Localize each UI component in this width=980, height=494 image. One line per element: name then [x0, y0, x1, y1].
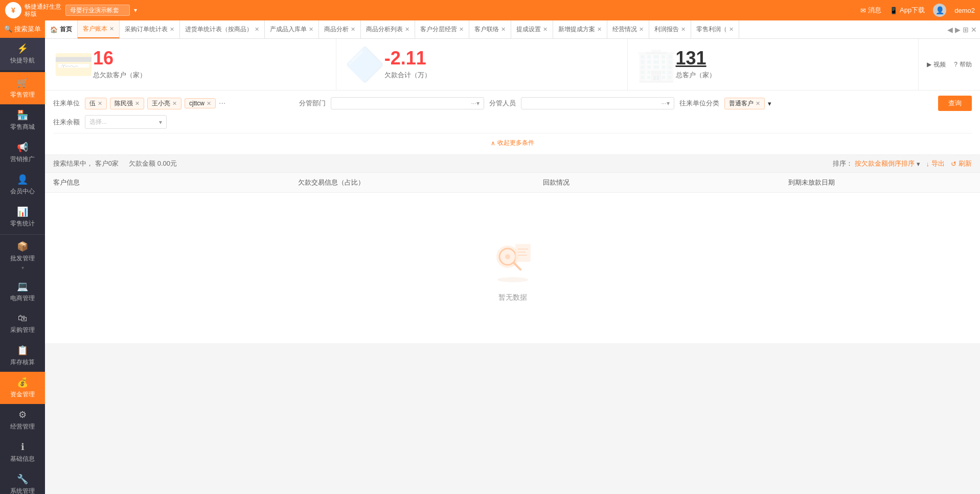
tab-close-icon[interactable]: ✕	[170, 26, 174, 33]
stat-value-total-customers: 131	[676, 49, 706, 68]
sidebar-item-sys-mgmt[interactable]: 🔧 系统管理	[0, 468, 45, 494]
tab-inbound-stat[interactable]: 进货单统计表（按商品） ✕	[180, 20, 265, 38]
unit-tags: 伍 ✕ 陈民强 ✕ 王小亮 ✕	[85, 98, 294, 109]
message-btn[interactable]: ✉ 消息	[860, 6, 881, 15]
tab-product-analysis[interactable]: 商品分析 ✕	[319, 20, 361, 38]
category-chevron-icon[interactable]: ▾	[768, 100, 771, 107]
unit-tag-0[interactable]: 伍 ✕	[85, 98, 107, 109]
sidebar-item-retail-mall[interactable]: 🏪 零售商城	[0, 104, 45, 137]
member-icon: 👤	[17, 174, 28, 185]
tab-label: 首页	[60, 25, 72, 34]
balance-input[interactable]: 选择... ▾	[85, 115, 167, 129]
tab-bar: 🏠 首页 客户账本 ✕ 采购订单统计表 ✕ 进货单统计表（按商品） ✕ 产成品入…	[45, 20, 980, 39]
sidebar-item-inventory[interactable]: 📋 库存核算	[0, 340, 45, 372]
sort-button[interactable]: 排序： 按欠款金额倒序排序 ▾	[833, 159, 920, 168]
refresh-button[interactable]: ↺ 刷新	[951, 159, 972, 168]
tab-profit-report[interactable]: 利润报告 ✕	[649, 20, 691, 38]
tab-customer-capital[interactable]: 客户账本 ✕	[78, 20, 120, 38]
person-dots-icon[interactable]: ···	[661, 100, 666, 107]
person-input[interactable]: ··· ▾	[521, 97, 674, 109]
video-help-btn[interactable]: ▶ 视频	[927, 60, 946, 69]
sidebar-item-retail-stat[interactable]: 📊 零售统计	[0, 201, 45, 233]
tab-label: 商品分析	[324, 25, 349, 34]
unit-tag-3[interactable]: cjttcw ✕	[185, 98, 216, 108]
dept-dots-icon[interactable]: ···	[471, 100, 476, 107]
export-button[interactable]: ↓ 导出	[926, 159, 945, 168]
tab-close-icon[interactable]: ✕	[109, 26, 114, 32]
tag-text: 普通客户	[729, 99, 754, 108]
tab-customer-segment[interactable]: 客户分层经营 ✕	[415, 20, 469, 38]
tab-close-icon[interactable]: ✕	[729, 26, 734, 33]
tab-product-analysis-list[interactable]: 商品分析列表 ✕	[361, 20, 415, 38]
top-bar-right: ✉ 消息 📱 App下载 👤 demo2	[860, 4, 975, 17]
collapse-label: 收起更多条件	[497, 139, 534, 147]
svg-point-0	[497, 277, 528, 282]
tab-expand-icon[interactable]: ⊞	[963, 26, 969, 34]
filter-row-2: 往来余额 选择... ▾	[53, 115, 972, 129]
dept-input[interactable]: ··· ▾	[331, 97, 484, 109]
sort-chevron-icon[interactable]: ▾	[917, 160, 920, 168]
account-select[interactable]: 母婴行业演示帐套	[65, 5, 130, 16]
tag-close-icon[interactable]: ✕	[172, 100, 177, 107]
stat-bg-icon-3: 🏢	[636, 46, 677, 84]
tab-close-icon[interactable]: ✕	[351, 26, 355, 33]
tab-purchase-order-stat[interactable]: 采购订单统计表 ✕	[120, 20, 180, 38]
tab-boost-settings[interactable]: 提成设置 ✕	[511, 20, 553, 38]
sidebar-item-batch-mgmt[interactable]: 📦 批发管理 ▾	[0, 236, 45, 276]
sidebar-item-retail-mgmt[interactable]: 🛒 零售管理	[0, 72, 45, 104]
sidebar-item-member[interactable]: 👤 会员中心	[0, 169, 45, 201]
stat-label-debt-amount: 欠款合计（万）	[384, 71, 431, 80]
category-tag-0[interactable]: 普通客户 ✕	[724, 98, 765, 109]
sidebar-item-label: 批发管理	[10, 254, 35, 263]
sidebar-item-finance[interactable]: 💰 资金管理	[0, 372, 45, 404]
sidebar-item-quick-nav[interactable]: ⚡ 快捷导航	[0, 38, 45, 70]
sidebar-item-label: 零售商城	[10, 123, 35, 131]
sidebar-search[interactable]: 🔍 搜索菜单	[0, 20, 45, 38]
sidebar: 🔍 搜索菜单 ⚡ 快捷导航 🛒 零售管理 🏪 零售商城 📢 营销推广	[0, 20, 45, 494]
unit-tag-1[interactable]: 陈民强 ✕	[110, 98, 144, 109]
filter-area: 往来单位 伍 ✕ 陈民强 ✕ 王小亮	[45, 91, 980, 155]
tab-close-icon[interactable]: ✕	[639, 26, 644, 33]
tab-close-icon[interactable]: ✕	[309, 26, 313, 33]
sidebar-item-ops-mgmt[interactable]: ⚙ 经营管理	[0, 404, 45, 436]
username-label: demo2	[954, 7, 975, 14]
sidebar-item-basic-info[interactable]: ℹ 基础信息	[0, 436, 45, 468]
table-header: 客户信息 欠款交易信息（占比） 回款情况 到期未放款日期	[45, 173, 980, 193]
sidebar-nav: 🛒 零售管理 🏪 零售商城 📢 营销推广 👤 会员中心 📊 零售统	[0, 70, 45, 494]
help-btn[interactable]: ? 帮助	[954, 60, 972, 69]
logo-text: 畅捷通好生意 标版	[25, 3, 61, 18]
tab-retail-profit[interactable]: 零售利润（ ✕	[691, 20, 739, 38]
tag-close-icon[interactable]: ✕	[207, 100, 211, 107]
tab-close-icon[interactable]: ✕	[597, 26, 602, 33]
tab-biz-situation[interactable]: 经营情况 ✕	[607, 20, 649, 38]
tab-customer-contact[interactable]: 客户联络 ✕	[469, 20, 511, 38]
tag-close-icon[interactable]: ✕	[98, 100, 102, 107]
tab-close-icon[interactable]: ✕	[543, 26, 548, 33]
tab-new-boost-plan[interactable]: 新增提成方案 ✕	[553, 20, 607, 38]
sort-label: 按欠款金额倒序排序	[855, 159, 915, 168]
sidebar-item-purchase[interactable]: 🛍 采购管理	[0, 308, 45, 340]
tab-close-all-icon[interactable]: ✕	[971, 26, 977, 34]
tab-close-icon[interactable]: ✕	[405, 26, 409, 33]
app-download-btn[interactable]: 📱 App下载	[890, 6, 925, 15]
svg-line-3	[514, 263, 520, 270]
tab-close-icon[interactable]: ✕	[681, 26, 686, 33]
sidebar-item-ecom-mgmt[interactable]: 💻 电商管理	[0, 276, 45, 308]
query-button[interactable]: 查询	[938, 96, 972, 111]
more-tags-icon[interactable]: ···	[219, 99, 225, 108]
tag-close-icon[interactable]: ✕	[135, 100, 140, 107]
tab-home[interactable]: 🏠 首页	[45, 20, 78, 38]
unit-tag-2[interactable]: 王小亮 ✕	[147, 98, 181, 109]
inventory-icon: 📋	[17, 345, 28, 356]
tab-next-icon[interactable]: ▶	[955, 26, 961, 34]
sidebar-item-marketing[interactable]: 📢 营销推广	[0, 137, 45, 169]
tab-close-icon[interactable]: ✕	[501, 26, 506, 33]
avatar[interactable]: 👤	[933, 4, 946, 17]
tab-close-icon[interactable]: ✕	[255, 26, 259, 33]
stat-value-debt-customers: 16	[93, 49, 113, 68]
collapse-button[interactable]: ∧ 收起更多条件	[53, 137, 972, 149]
tab-close-icon[interactable]: ✕	[459, 26, 464, 33]
tab-cost-inbound[interactable]: 产成品入库单 ✕	[265, 20, 319, 38]
tag-close-icon[interactable]: ✕	[756, 100, 760, 107]
tab-prev-icon[interactable]: ◀	[947, 26, 953, 34]
